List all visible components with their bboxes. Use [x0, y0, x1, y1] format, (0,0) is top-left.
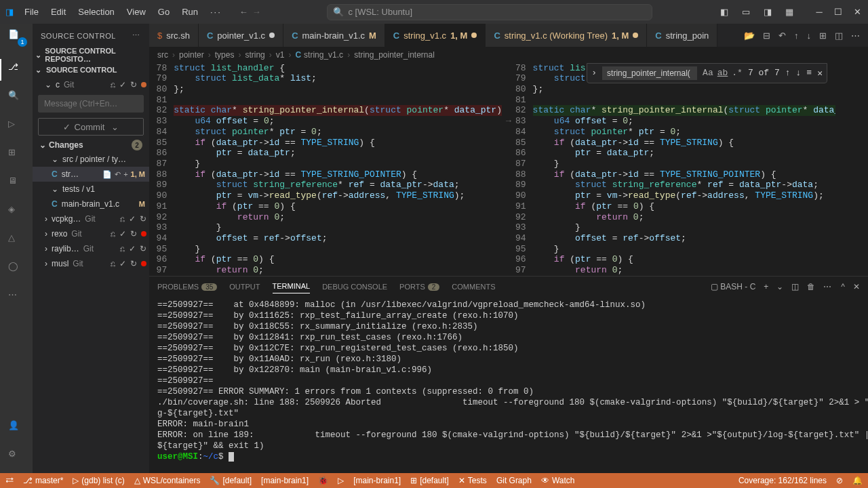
- close-find-icon[interactable]: ✕: [817, 68, 823, 79]
- activity-search-icon[interactable]: 🔍: [8, 90, 24, 106]
- chevron-right-icon[interactable]: ›: [591, 68, 597, 78]
- command-center[interactable]: 🔍 c [WSL: Ubuntu]: [261, 4, 719, 20]
- find-filter-icon[interactable]: ≡: [806, 68, 812, 78]
- toggle-whitespace-icon[interactable]: ⊞: [819, 30, 827, 41]
- status-remote-icon[interactable]: ⮂: [5, 476, 14, 485]
- next-match-icon[interactable]: ↓: [796, 68, 802, 78]
- crumb[interactable]: string: [245, 50, 264, 60]
- toggle-primary-sidebar-icon[interactable]: ◧: [719, 7, 730, 18]
- commit-icon[interactable]: ✓: [119, 229, 126, 239]
- view-graph-icon[interactable]: ⎌: [111, 80, 115, 89]
- activity-debug-icon[interactable]: ▷: [8, 119, 24, 135]
- crumb[interactable]: v1: [276, 50, 285, 60]
- status-debug-icon[interactable]: 🐞: [318, 476, 328, 485]
- menu-file[interactable]: File: [19, 4, 44, 20]
- status-gdb[interactable]: ▷ (gdb) list (c): [73, 476, 124, 485]
- prev-change-icon[interactable]: ⊟: [763, 30, 770, 41]
- activity-more-icon[interactable]: ⋯: [8, 289, 24, 306]
- diff-right-pane[interactable]: 78 79 80 81 82 83 84 85 86 87 88 89 90 9…: [515, 63, 868, 276]
- view-graph-icon[interactable]: ⎌: [120, 244, 125, 253]
- open-file-icon[interactable]: 📄: [102, 170, 112, 179]
- activity-bookmark-icon[interactable]: ◯: [8, 261, 24, 277]
- diff-editor[interactable]: 78 79 80 81 82 83 84 85 86 87 88 89 90 9…: [149, 63, 868, 276]
- menu-selection[interactable]: Selection: [73, 4, 119, 20]
- panel-tab-ports[interactable]: PORTS2: [399, 280, 439, 293]
- file-row[interactable]: C str… 📄 ↶ + 1, M: [33, 167, 149, 182]
- minimize-icon[interactable]: ─: [814, 7, 825, 18]
- minimap[interactable]: [835, 63, 868, 276]
- activity-remote-icon[interactable]: 🖥: [8, 176, 24, 192]
- view-graph-icon[interactable]: ⎌: [120, 214, 125, 224]
- status-peek-icon[interactable]: ⊘: [836, 476, 843, 485]
- regex-icon[interactable]: .*: [732, 68, 743, 78]
- folder-row[interactable]: ⌄ src / pointer / ty…: [33, 152, 149, 167]
- file-row[interactable]: C main-brain_v1.c M: [33, 197, 149, 211]
- breadcrumb[interactable]: src› pointer› types› string› v1› Cstring…: [149, 47, 868, 62]
- new-terminal-icon[interactable]: +: [764, 282, 768, 291]
- crumb[interactable]: string_pointer_internal: [354, 50, 435, 60]
- tab[interactable]: Cpointer_v1.c: [199, 24, 283, 47]
- repo-row[interactable]: ›muslGit⎌✓↻: [33, 256, 149, 271]
- prev-match-icon[interactable]: ↑: [785, 68, 791, 78]
- scm-section-head[interactable]: ⌄ SOURCE CONTROL: [33, 62, 149, 77]
- close-icon[interactable]: ✕: [852, 7, 863, 18]
- tab[interactable]: Cstring_v1.c (Working Tree)1, M: [486, 24, 647, 47]
- crumb[interactable]: types: [215, 50, 235, 60]
- stage-icon[interactable]: +: [123, 170, 127, 178]
- panel-tab-output[interactable]: OUTPUT: [229, 280, 260, 293]
- crumb[interactable]: string_v1.c: [304, 50, 343, 60]
- code-content[interactable]: struct list_handler { struct list_data* …: [533, 63, 868, 276]
- status-target[interactable]: [main-brain1]: [261, 476, 309, 485]
- tab[interactable]: Cstring_v1.c1, M: [385, 24, 486, 47]
- more-icon[interactable]: ⋯: [851, 30, 861, 41]
- status-build-variant[interactable]: 🔧 [default]: [210, 476, 252, 485]
- view-graph-icon[interactable]: ⎌: [111, 229, 115, 239]
- tab[interactable]: $src.sh: [149, 24, 199, 47]
- match-word-icon[interactable]: ab: [717, 68, 728, 78]
- commit-icon[interactable]: ✓: [119, 259, 126, 268]
- commit-message-field[interactable]: [38, 95, 144, 113]
- arrow-down-icon[interactable]: ↓: [807, 30, 812, 41]
- terminal-content[interactable]: ==2509927== at 0x4848899: malloc (in /us…: [149, 297, 868, 473]
- refresh-icon[interactable]: ↻: [130, 80, 137, 89]
- refresh-icon[interactable]: ↻: [140, 214, 146, 224]
- status-gitgraph[interactable]: Git Graph: [496, 476, 532, 485]
- menu-more[interactable]: ···: [205, 4, 227, 20]
- refresh-icon[interactable]: ↻: [140, 244, 146, 253]
- match-case-icon[interactable]: Aa: [703, 68, 713, 78]
- crumb[interactable]: src: [157, 50, 168, 60]
- customize-layout-icon[interactable]: ▦: [784, 7, 795, 18]
- panel-tab-terminal[interactable]: TERMINAL: [273, 279, 311, 293]
- activity-docker-icon[interactable]: ◈: [8, 204, 24, 220]
- commit-button[interactable]: ✓ Commit ⌄: [38, 118, 144, 136]
- refresh-icon[interactable]: ↻: [130, 229, 137, 239]
- tab[interactable]: Cstring_poin: [647, 24, 717, 47]
- activity-extensions-icon[interactable]: ⊞: [8, 147, 24, 163]
- activity-settings-icon[interactable]: ⚙: [8, 449, 24, 465]
- sidebar-more-icon[interactable]: ⋯: [132, 31, 141, 40]
- status-wsl[interactable]: △ WSL/containers: [134, 476, 201, 485]
- panel-tab-problems[interactable]: PROBLEMS35: [157, 280, 217, 293]
- activity-test-icon[interactable]: △: [8, 232, 24, 249]
- split-terminal-icon[interactable]: ◫: [791, 282, 799, 291]
- menu-go[interactable]: Go: [153, 4, 175, 20]
- refresh-icon[interactable]: ↻: [130, 259, 137, 268]
- status-coverage[interactable]: Coverage: 162/162 lines: [738, 476, 827, 485]
- menu-run[interactable]: Run: [176, 4, 203, 20]
- repo-row[interactable]: ›raylib…Git⎌✓↻: [33, 241, 149, 256]
- revert-icon[interactable]: ↶: [778, 30, 786, 41]
- panel-tab-debug[interactable]: DEBUG CONSOLE: [322, 280, 387, 293]
- repo-row[interactable]: ⌄ c Git ⎌ ✓ ↻: [33, 77, 149, 92]
- menu-view[interactable]: View: [121, 4, 151, 20]
- open-changes-icon[interactable]: 📂: [744, 30, 755, 41]
- arrow-up-icon[interactable]: ↑: [794, 30, 799, 41]
- status-run-icon[interactable]: ▷: [338, 476, 344, 485]
- crumb[interactable]: pointer: [179, 50, 204, 60]
- toggle-secondary-sidebar-icon[interactable]: ◨: [762, 7, 773, 18]
- maximize-panel-icon[interactable]: ^: [841, 282, 845, 291]
- close-panel-icon[interactable]: ✕: [853, 282, 860, 291]
- panel-tab-comments[interactable]: COMMENTS: [452, 280, 495, 293]
- status-preset-icon[interactable]: ⊞ [default]: [410, 476, 449, 485]
- maximize-icon[interactable]: ☐: [833, 7, 844, 18]
- more-icon[interactable]: ⋯: [823, 282, 833, 291]
